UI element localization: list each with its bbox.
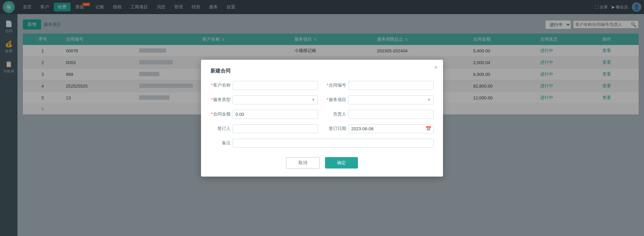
service-item-select-wrap: ▼ xyxy=(348,95,434,104)
modal-overlay: 新建合同 × *客户名称 *合同编号 *服务类型 xyxy=(0,0,644,236)
service-type-select-wrap: ▼ xyxy=(233,95,318,104)
cancel-button[interactable]: 取消 xyxy=(286,157,320,169)
dialog-footer: 取消 确定 xyxy=(210,157,434,169)
responsible-label: 负责人 xyxy=(326,111,346,117)
required-star-3: * xyxy=(211,97,213,102)
amount-label: *合同金额 xyxy=(210,111,231,117)
confirm-button[interactable]: 确定 xyxy=(325,157,358,169)
form-row-3: *合同金额 负责人 xyxy=(210,110,434,119)
service-item-select[interactable] xyxy=(348,95,434,104)
required-star-2: * xyxy=(327,83,328,88)
field-service-type: *服务类型 ▼ xyxy=(210,95,318,104)
new-contract-dialog: 新建合同 × *客户名称 *合同编号 *服务类型 xyxy=(201,60,443,177)
client-name-input[interactable] xyxy=(233,81,318,90)
remark-input[interactable] xyxy=(233,139,434,148)
client-name-label: *客户名称 xyxy=(210,82,231,88)
remark-label: 备注 xyxy=(210,140,231,146)
field-service-item: *服务项目 ▼ xyxy=(326,95,434,104)
service-type-select[interactable] xyxy=(233,95,318,104)
contract-no-input[interactable] xyxy=(348,81,434,90)
contract-no-label: *合同编号 xyxy=(326,82,346,88)
sign-date-input[interactable] xyxy=(349,125,426,133)
required-star-4: * xyxy=(327,97,328,102)
form-row-4: 签订人 签订日期 📅 xyxy=(210,124,434,133)
sign-date-field-wrap: 📅 xyxy=(348,124,434,133)
signer-input[interactable] xyxy=(233,124,318,133)
service-item-label: *服务项目 xyxy=(326,97,346,103)
sign-date-label: 签订日期 xyxy=(326,126,346,132)
form-row-1: *客户名称 *合同编号 xyxy=(210,81,434,90)
close-icon[interactable]: × xyxy=(434,64,438,70)
field-signer: 签订人 xyxy=(210,124,318,133)
field-responsible: 负责人 xyxy=(326,110,434,119)
form-row-5: 备注 xyxy=(210,139,434,148)
calendar-icon[interactable]: 📅 xyxy=(426,126,433,131)
form-row-2: *服务类型 ▼ *服务项目 ▼ xyxy=(210,95,434,104)
required-star: * xyxy=(211,83,213,88)
field-sign-date: 签订日期 📅 xyxy=(326,124,434,133)
amount-input[interactable] xyxy=(233,110,318,119)
required-star-5: * xyxy=(211,111,213,116)
field-amount: *合同金额 xyxy=(210,110,318,119)
field-contract-no: *合同编号 xyxy=(326,81,434,90)
service-type-label: *服务类型 xyxy=(210,97,231,103)
field-remark: 备注 xyxy=(210,139,434,148)
field-client-name: *客户名称 xyxy=(210,81,318,90)
signer-label: 签订人 xyxy=(210,126,231,132)
responsible-input[interactable] xyxy=(348,110,434,119)
dialog-title: 新建合同 xyxy=(210,68,434,74)
